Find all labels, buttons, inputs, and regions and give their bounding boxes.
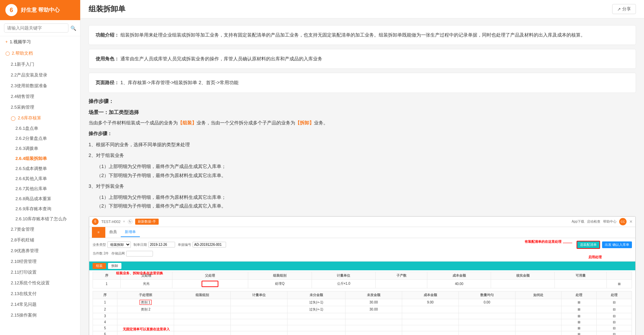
sidebar-item-2-10[interactable]: 2.10经营管理 [0,256,80,267]
nav-section: + 1.视频学习 ◯ 2.帮助文档 2.1新手入门 2.2产品安装及登录 2.3… [0,36,80,321]
sidebar-item-video[interactable]: + 1.视频学习 [0,36,80,48]
mock-t2-cost: 成本金额 [402,291,459,299]
mock-form-row-2: 当件数 2件 存储品网 [93,251,632,257]
mock-help: 帮助中心 [603,219,616,224]
intro-block: 功能介绍： 组装拆卸单用来处理企业组装或拆卸等加工业务，支持有固定装配清单的产品… [89,25,636,45]
sidebar-header: 6 好生意 帮助中心 [0,0,80,20]
search-input[interactable] [4,23,68,33]
sidebar-item-2-7[interactable]: 2.7资金管理 [0,224,80,235]
sidebar-item-2-5[interactable]: 2.5采购管理 [0,102,80,113]
mock-type-switch-bar: 组装 拆卸 组装业务、拆卸业务在这里切换 启用处理 [89,262,635,270]
mock-close-icon[interactable]: ✕ [629,219,633,224]
mock-date-label: 制单日期 [133,242,147,247]
sidebar-item-2-6-10[interactable]: 2.6.10库存账本错了怎么办 [0,214,80,224]
mock-t2-handle: 处理 [561,291,596,299]
sidebar: 6 好生意 帮助中心 🔍 + 1.视频学习 ◯ 2.帮助文档 2.1新手入门 2… [0,0,80,335]
steps-sublabel: 操作步骤： [89,129,636,138]
mock-t1-input[interactable] [202,281,218,287]
mock-t2-unsent: 未发金额 [345,291,402,299]
mock-refresh-icon[interactable]: ↻ [128,219,132,224]
sidebar-item-2-2[interactable]: 2.2产品安装及登录 [0,70,80,80]
step2-2: （2）下部明细为子件明细，最终作为原材料生成其它出库单。 [97,171,636,180]
mock-screenshot: 6 TEST-H002 ▾ ↻ 刷新数据-手 App下载 启动检查 帮助中心 C… [89,216,636,335]
mock-logo: 6 [92,218,99,225]
page-title: 组装拆卸单 [89,4,125,14]
mock-date-input[interactable] [148,242,175,247]
sidebar-item-2-6-6[interactable]: 2.6.6其他入库单 [0,174,80,184]
sidebar-item-2-6[interactable]: ◯ 2.6库存核算 [0,113,80,123]
sidebar-item-2-6-2[interactable]: 2.6.2分量盘点单 [0,133,80,144]
sidebar-item-2-3[interactable]: 2.3使用前数据准备 [0,80,80,91]
sidebar-item-2-8[interactable]: 2.8手机旺铺 [0,235,80,245]
sidebar-item-2-15[interactable]: 2.15操作案例 [0,310,80,321]
mock-disassembly-type-btn[interactable]: 拆卸 [108,263,121,269]
mock-table1-col-action [606,272,632,279]
search-icon[interactable]: 🔍 [70,25,76,31]
search-box: 🔍 [0,20,80,36]
mock-count-label: 当件数 2件 [93,251,109,256]
sidebar-item-2-6-3[interactable]: 2.6.3调拨单 [0,144,80,154]
path-label: 页面路径： [96,80,119,85]
role-label: 使用角色： [96,56,119,61]
mock-t2-child: 子处理班 [117,291,174,299]
mock-tab-new[interactable]: 新增单 [121,227,140,237]
sidebar-item-2-12[interactable]: 2.12系统个性化设置 [0,278,80,288]
mock-warehouse-input[interactable] [126,251,153,257]
sidebar-item-2-6-1[interactable]: 2.6.1盘点单 [0,123,80,133]
annotation-label-1: 有装配清单的在这里处理 [525,239,561,244]
steps-title: 操作步骤： [89,98,636,105]
sidebar-item-2-1[interactable]: 2.1新手入门 [0,59,80,70]
sidebar-item-2-6-9[interactable]: 2.6.9库存账本查询 [0,204,80,214]
sidebar-item-2-6-5[interactable]: 2.6.5成本调整单 [0,164,80,174]
step2: 2、对于组装业务 [89,151,636,160]
sidebar-item-2-11[interactable]: 2.11打印设置 [0,267,80,278]
share-icon: ↗ [617,7,621,12]
mock-form-area: 业务类型 组装拆卸 制单日期 单据编号 [89,238,635,262]
table-row: 1 类别 1 过失(+-1) 30.00 9.00 0.00 ⊞ [93,299,632,306]
mock-table1-wrapper: 序 父处理 父处理 组装组别 计量单位 子产数 成本金额 核实金额 可用量 [89,270,635,290]
sidebar-item-docs[interactable]: ◯ 2.帮助文档 [0,48,80,59]
sidebar-item-2-6-7[interactable]: 2.6.7其他出库单 [0,184,80,194]
mock-table2: 序 子处理班 组装组别 计量单位 未分金额 未发金额 成本金额 数量均匀 如何处 [93,291,632,335]
table-row: 4⊞⊟ [93,319,632,325]
table-row: 5⊞⊟ [93,325,632,331]
nav-children-docs: 2.1新手入门 2.2产品安装及登录 2.3使用前数据准备 2.4销售管理 2.… [0,59,80,321]
mock-table1-col-unit: 计量单位 [312,272,375,279]
mock-table1-col-parent2: 父处理 [172,272,248,279]
mock-assembly-btn[interactable]: 选装配清单 [577,241,600,249]
expand-icon: + [5,40,8,44]
mock-t2-even: 数量均匀 [459,291,515,299]
sidebar-item-2-6-8[interactable]: 2.6.8商品成本重算 [0,194,80,204]
mock-assembly-type-btn[interactable]: 组装 [93,263,106,269]
mock-org: TEST-H002 [101,220,120,224]
mock-table1-col-real: 核实金额 [491,272,555,279]
mock-table1: 序 父处理 父处理 组装组别 计量单位 子产数 成本金额 核实金额 可用量 [93,272,632,288]
mock-confirm-btn[interactable]: 出发 确认入库单 [602,241,632,248]
role-text: 通常由生产人员或库管人员完成拆装业务的操作，库管人员确认原材料的出库和产成品的入… [120,56,322,61]
step3-1: （1）上部明细为父件明细，最终作为原材料生成其它出库单； [97,193,636,202]
mock-type-select[interactable]: 组装拆卸 [107,241,131,248]
sidebar-item-2-6-4[interactable]: 2.6.4组装拆卸单 [0,154,80,164]
annotation-label-2: 组装业务、拆卸业务在这里切换 [116,271,163,276]
mock-number-input[interactable] [193,242,226,247]
content-area: 功能介绍： 组装拆卸单用来处理企业组装或拆卸等加工业务，支持有固定装配清单的产品… [80,18,644,335]
share-button[interactable]: ↗ 分享 [612,4,636,14]
sidebar-item-2-4[interactable]: 2.4销售管理 [0,91,80,102]
annotation-label-4: 无固定清单可以直接在这里录入 [123,327,170,332]
sidebar-item-2-13[interactable]: 2.13在线支付 [0,288,80,299]
step3-2: （2）下部明细为子件明细，最终作为产成品生成其它入库单。 [97,202,636,211]
mock-type-label: 业务类型 [93,242,106,247]
mock-sidebar-toggle: ≡ [92,227,105,238]
collapse-icon: ◯ [5,51,10,56]
mock-t2-group: 组装组别 [174,291,231,299]
mock-add-btn[interactable]: 刷新数据-手 [135,219,158,225]
sidebar-item-2-9[interactable]: 2.9优惠券管理 [0,245,80,256]
sidebar-item-2-14[interactable]: 2.14常见问题 [0,299,80,310]
mock-tab-home[interactable]: 自员 [105,227,121,237]
logo-icon: 6 [5,4,17,16]
path-block: 页面路径： 1、库存核算->库存管理->组装拆卸单 2、首页->常用功能 [89,73,636,93]
mock-top-bar: 6 TEST-H002 ▾ ↻ 刷新数据-手 App下载 启动检查 帮助中心 C… [89,217,635,227]
annotation-arrow-1 [563,243,572,243]
nav-grandchildren-2-6: 2.6.1盘点单 2.6.2分量盘点单 2.6.3调拨单 2.6.4组装拆卸单 … [0,123,80,224]
path-text: 1、库存核算->库存管理->组装拆卸单 2、首页->常用功能 [120,80,238,85]
